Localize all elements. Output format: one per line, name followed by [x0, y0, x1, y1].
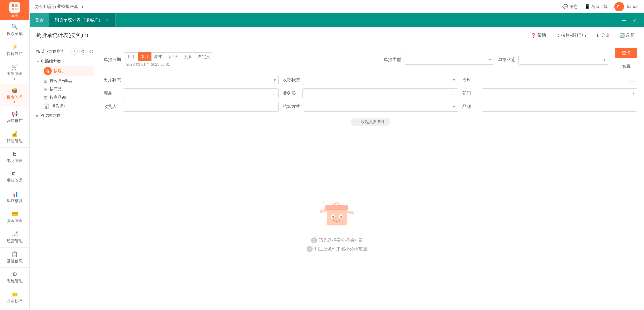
sidebar-item-quick-nav[interactable]: ⚡ 快捷导航 [0, 40, 30, 60]
app-logo: 标版 [0, 0, 30, 20]
purchase-icon: 🛍 [12, 171, 17, 177]
export-btn[interactable]: ⬇ 导出 [593, 31, 612, 40]
tab-sales-stat[interactable]: 销货单统计表（按客户） × [49, 13, 116, 27]
date-last-7-btn[interactable]: 近7天 [165, 52, 181, 61]
svg-text:✦: ✦ [345, 206, 347, 209]
query-btn[interactable]: 查询 [615, 48, 637, 58]
help-btn[interactable]: ❓ 帮助 [528, 31, 549, 40]
filter-row-1: 单据日期 上月 本月 本年 近7天 更多 自定义 20 [104, 48, 637, 71]
page-header: 销货单统计表(按客户) ❓ 帮助 🖨 按模板打印 ▾ ⬇ 导出 🔄 刷新 [30, 27, 644, 44]
app-download-icon: 📱 [585, 4, 590, 9]
print-label: 按模板打印 [561, 32, 583, 38]
scheme-mobile-group[interactable]: ▶ 移动端方案 [36, 111, 94, 120]
date-this-month-btn[interactable]: 本月 [138, 52, 151, 61]
settings-btn[interactable]: 设置 [615, 61, 637, 71]
tab-home[interactable]: 首页 [30, 13, 49, 27]
collapse-more-btn[interactable]: ⌃ 收起更多条件 [351, 118, 390, 126]
tab-maximize-btn[interactable]: ⤢ [631, 16, 639, 24]
sidebar-item-purchase[interactable]: 🛍 采购管理 [0, 167, 30, 187]
filter-goods-control[interactable]: … [123, 88, 279, 98]
sidebar-item-finance[interactable]: 💳 资金管理 [0, 207, 30, 227]
date-more-btn[interactable]: 更多 [181, 52, 195, 61]
sidebar-item-search-label: 搜索菜单 [7, 31, 23, 37]
retail-arrow-icon: ▲ [13, 77, 16, 80]
sidebar-item-system[interactable]: ⚙ 系统管理 [0, 268, 30, 288]
scheme-item-by-customer[interactable]: 客 按客户 [42, 66, 94, 76]
filter-row-3: 商品 … 业务员 … [104, 88, 637, 98]
page-actions: ❓ 帮助 🖨 按模板打印 ▾ ⬇ 导出 🔄 刷新 [528, 31, 637, 40]
hint-2-number: 2 [307, 246, 313, 252]
main-area: 办公用品行业模拟账套 ▾ 💬 消息 📱 App下载 Ea demo2 首页 [30, 0, 644, 310]
filter-date-label: 单据日期 [104, 57, 121, 63]
filter-brand: 品牌 … [462, 102, 637, 112]
scheme-item-return-stat[interactable]: 📊 退货统计 [42, 102, 94, 110]
app-download-label: App下载 [591, 4, 608, 10]
scheme-desktop-items: 客 按客户 ⊞ 按客户+商品 ⊞ 按商品 [36, 66, 94, 110]
refresh-label: 刷新 [626, 32, 635, 38]
message-btn[interactable]: 💬 消息 [562, 4, 578, 10]
svg-text:✦: ✦ [348, 199, 351, 203]
tab-close-sales-stat[interactable]: × [105, 17, 110, 23]
scheme-collapse-btn[interactable]: ≪ [87, 48, 94, 55]
sidebar-item-inventory-label: 库存核算 [7, 198, 23, 204]
scheme-add-btn[interactable]: + [71, 48, 78, 55]
date-last-month-btn[interactable]: 上月 [124, 52, 138, 61]
print-btn[interactable]: 🖨 按模板打印 ▾ [553, 31, 589, 40]
sidebar-item-retail[interactable]: 🛒 零售管理 ▲ [0, 60, 30, 84]
filter-out-status-control[interactable]: ▾ [124, 75, 279, 85]
filter-collect-status-control[interactable]: ▾ [303, 75, 458, 85]
filter-department-control[interactable]: ▾ [482, 88, 637, 98]
sidebar-item-enterprise[interactable]: 🤝 企业协同 [0, 288, 30, 308]
filter-brand-control[interactable]: … [482, 102, 637, 112]
account-dropdown-btn[interactable]: ▾ [81, 4, 84, 9]
sidebar-item-quick-nav-label: 快捷导航 [7, 51, 23, 57]
page-title: 销货单统计表(按客户) [36, 32, 88, 39]
sidebar-item-sales[interactable]: 💰 销售管理 [0, 127, 30, 148]
svg-rect-0 [12, 4, 14, 7]
scheme-item-by-customer-icon: 客 [44, 67, 52, 75]
out-status-dropdown-icon: ▾ [274, 78, 276, 82]
scheme-desktop-group: ▼ 电脑端方案 客 按客户 ⊞ 按客户+商品 [36, 57, 94, 110]
filter-doc-status-label: 单据状态 [498, 57, 516, 63]
scheme-item-by-customer-goods[interactable]: ⊞ 按客户+商品 [42, 76, 94, 85]
user-avatar: Ea [614, 2, 624, 11]
svg-point-11 [340, 216, 342, 218]
scheme-item-by-goods[interactable]: ⊞ 按商品 [42, 85, 94, 93]
sidebar-item-inventory[interactable]: 📊 库存核算 [0, 187, 30, 207]
filter-doc-status-control[interactable]: ▾ [518, 55, 608, 65]
user-menu-btn[interactable]: Ea demo2 [614, 2, 639, 11]
empty-state: ✦ ✦ ✦ 1 请先选择要分析的方案 2 用过滤条件来缩小分析范围 [30, 132, 644, 310]
sidebar-item-ecommerce[interactable]: 🖥 电商管理 [0, 148, 30, 167]
search-icon: 🔍 [11, 23, 18, 30]
scheme-item-by-goods-99[interactable]: ⊞ 按商品99 [42, 93, 94, 102]
filter-salesperson-control[interactable]: … [302, 88, 458, 98]
date-this-year-btn[interactable]: 本年 [151, 52, 165, 61]
filter-doc-type-control[interactable]: ▾ [404, 55, 494, 65]
filter-body: 按以下方案查询 + ⚙ ≪ ▼ 电脑端方案 [36, 48, 637, 127]
filter-receiver-control[interactable]: … [123, 102, 279, 112]
account-title: 办公用品行业模拟账套 [35, 4, 78, 10]
sidebar-item-operation[interactable]: 📈 经营管理 [0, 227, 30, 248]
scheme-item-by-customer-goods-label: 按客户+商品 [50, 78, 72, 84]
scheme-settings-btn[interactable]: ⚙ [79, 48, 86, 55]
sidebar-item-marketing[interactable]: 📢 营销推广 [0, 107, 30, 127]
sidebar-item-newbie[interactable]: 🎯 新手引导 [0, 308, 30, 310]
app-download-btn[interactable]: 📱 App下载 [585, 4, 608, 10]
filter-settlement-control[interactable]: ▾ [303, 102, 458, 112]
tab-bar: 首页 销货单统计表（按客户） × — ⤢ [30, 13, 644, 27]
filter-department-label: 部门 [462, 90, 479, 96]
avatar-text: Ea [617, 5, 622, 9]
filter-warehouse-label: 仓库 [462, 77, 479, 83]
receiver-more-icon: … [271, 104, 276, 109]
tab-minimize-btn[interactable]: — [620, 16, 628, 24]
scheme-desktop-group-header[interactable]: ▼ 电脑端方案 [36, 57, 94, 66]
date-custom-btn[interactable]: 自定义 [195, 52, 213, 61]
filter-warehouse-control[interactable]: … [482, 75, 637, 85]
sidebar-item-wholesale[interactable]: 📦 批发管理 ▲ [0, 84, 30, 107]
enterprise-icon: 🤝 [11, 291, 18, 298]
filter-actions: 查询 设置 [615, 48, 637, 71]
hint-1-number: 1 [311, 237, 317, 243]
sidebar-item-basic[interactable]: 📋 基础信息 [0, 248, 30, 268]
refresh-btn[interactable]: 🔄 刷新 [616, 31, 637, 40]
sidebar-item-search[interactable]: 🔍 搜索菜单 [0, 20, 30, 40]
